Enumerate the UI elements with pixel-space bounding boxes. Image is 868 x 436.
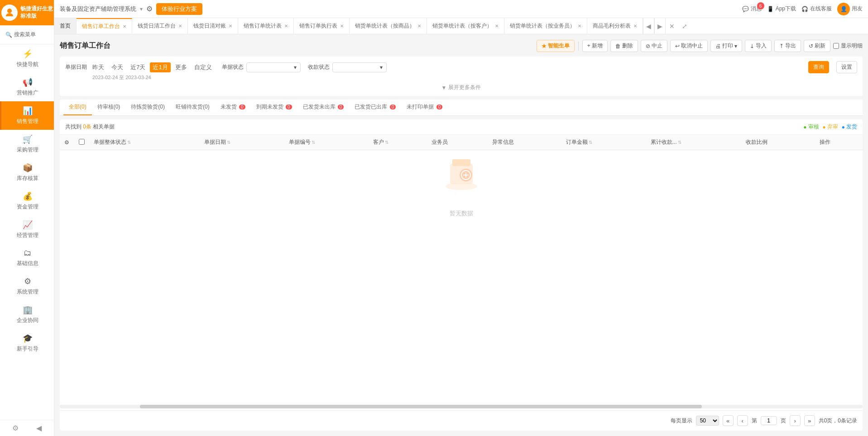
date-today[interactable]: 今天: [109, 62, 126, 72]
sub-tab-pending-audit[interactable]: 待审核(0): [92, 100, 126, 115]
suspend-button[interactable]: ⊘ 中止: [641, 40, 667, 52]
th-amount[interactable]: 订单金额⇅: [561, 135, 646, 150]
per-page-select[interactable]: 50 100 200: [696, 416, 719, 426]
sidebar-item-guide[interactable]: 🎓 新手引导: [0, 329, 54, 357]
tab-close-icon[interactable]: ✕: [123, 24, 126, 29]
system-dropdown-icon[interactable]: ▾: [140, 6, 143, 12]
date-yesterday[interactable]: 昨天: [90, 62, 107, 72]
tab-close-icon[interactable]: ✕: [578, 24, 581, 28]
smart-create-button[interactable]: ★ 智能生单: [537, 40, 575, 52]
select-all-checkbox[interactable]: [79, 139, 85, 145]
page-suffix: 页: [781, 417, 786, 425]
refresh-button[interactable]: ↺ 刷新: [804, 40, 830, 52]
date-1month[interactable]: 近1月: [150, 62, 170, 72]
th-exception[interactable]: 异常信息: [488, 135, 561, 150]
sidebar-item-finance[interactable]: 💰 资金管理: [0, 187, 54, 215]
sub-tab-shipped-out[interactable]: 已发货已出库 0: [349, 100, 401, 115]
setting-button[interactable]: 设置: [836, 61, 857, 73]
tab-next-button[interactable]: ▶: [654, 18, 666, 34]
message-button[interactable]: 💬 6 消息: [742, 5, 762, 13]
th-customer[interactable]: 客户⇅: [369, 135, 427, 150]
sidebar-item-enterprise[interactable]: 🏢 企业协同: [0, 300, 54, 329]
tab-sales-summary-customer[interactable]: 销货单统计表（按客户） ✕: [427, 18, 504, 34]
payment-select[interactable]: ▾: [332, 62, 387, 72]
th-staff[interactable]: 业务员: [427, 135, 488, 150]
date-7days[interactable]: 近7天: [128, 62, 148, 72]
tab-close-all-button[interactable]: ✕: [666, 18, 678, 34]
tab-sales-stat[interactable]: 销售订单统计表 ✕: [238, 18, 294, 34]
delete-button[interactable]: 🗑 删除: [610, 40, 638, 52]
collapse-button[interactable]: ◀: [36, 424, 42, 432]
th-checkbox[interactable]: [74, 135, 89, 150]
sidebar-item-purchase[interactable]: 🛒 采购管理: [0, 130, 54, 158]
settings-button[interactable]: ⚙: [12, 424, 19, 432]
sidebar-item-quicknav[interactable]: ⚡ 快捷导航: [0, 44, 54, 73]
tab-close-icon[interactable]: ✕: [633, 24, 637, 28]
export-button[interactable]: ⤒ 导出: [774, 40, 801, 52]
tab-sales-exec[interactable]: 销售订单执行表 ✕: [294, 18, 350, 34]
tab-close-icon[interactable]: ✕: [495, 24, 499, 28]
tab-expand-button[interactable]: ⤢: [678, 18, 691, 34]
page-input[interactable]: [761, 416, 777, 425]
audit-action-button[interactable]: ● 审核: [803, 123, 819, 131]
import-button[interactable]: ⤓ 导入: [745, 40, 772, 52]
last-page-button[interactable]: »: [804, 415, 815, 426]
tab-gross-margin[interactable]: 商品毛利分析表 ✕: [587, 18, 643, 34]
sub-tab-overdue[interactable]: 到期未发货 0: [251, 100, 297, 115]
quicknav-icon: ⚡: [23, 49, 33, 59]
app-download-button[interactable]: 📱 App下载: [767, 5, 796, 13]
ship-action-button[interactable]: ● 发货: [842, 123, 857, 131]
tab-close-icon[interactable]: ✕: [178, 24, 182, 28]
tab-close-icon[interactable]: ✕: [340, 24, 344, 28]
add-button[interactable]: + 新增: [582, 40, 608, 52]
status-select[interactable]: ▾: [246, 62, 301, 72]
industry-button[interactable]: 体验行业方案: [156, 3, 202, 15]
tab-sales-workbench[interactable]: 销售订单工作台 ✕: [77, 18, 132, 34]
tab-prev-button[interactable]: ◀: [643, 18, 654, 34]
user-button[interactable]: 👤 用友: [837, 3, 863, 15]
tab-close-icon[interactable]: ✕: [229, 24, 232, 28]
date-custom[interactable]: 自定义: [192, 62, 215, 72]
th-number[interactable]: 单据编号⇅: [284, 135, 369, 150]
sub-tab-pending-inspect[interactable]: 待拣货验货(0): [125, 100, 170, 115]
sub-tab-shipped-not-out[interactable]: 已发货未出库 0: [297, 100, 350, 115]
tab-cash-account[interactable]: 钱货日清对账 ✕: [188, 18, 238, 34]
first-page-button[interactable]: «: [723, 415, 734, 426]
sidebar-item-marketing[interactable]: 📢 营销推广: [0, 73, 54, 101]
sidebar-item-operation[interactable]: 📈 经营管理: [0, 215, 54, 244]
service-button[interactable]: 🎧 在线客服: [801, 5, 832, 13]
sidebar-item-sales[interactable]: 📊 销售管理: [0, 101, 54, 130]
search-menu-button[interactable]: 🔍 搜索菜单: [4, 29, 50, 40]
tab-sales-summary-staff[interactable]: 销货单统计表（按业务员） ✕: [504, 18, 587, 34]
search-button[interactable]: 查询: [808, 61, 829, 73]
next-page-button[interactable]: ›: [790, 415, 801, 426]
void-action-button[interactable]: ● 弃审: [823, 123, 838, 131]
th-date[interactable]: 单据日期⇅: [200, 135, 284, 150]
tab-close-icon[interactable]: ✕: [284, 24, 288, 28]
tab-cash-daily[interactable]: 钱货日清工作台 ✕: [132, 18, 188, 34]
sidebar-item-inventory[interactable]: 📦 库存核算: [0, 158, 54, 187]
sub-tab-all[interactable]: 全部(0): [63, 100, 92, 115]
th-settings[interactable]: ⚙: [60, 135, 74, 150]
unsuspend-button[interactable]: ↩ 取消中止: [670, 40, 708, 52]
sidebar-item-basic[interactable]: 🗂 基础信息: [0, 244, 54, 272]
sub-tab-not-shipped[interactable]: 未发货 0: [215, 100, 251, 115]
horizontal-scrollbar[interactable]: [60, 405, 863, 408]
expand-more-button[interactable]: ▼ 展开更多条件: [65, 84, 857, 91]
tab-home[interactable]: 首页: [54, 18, 77, 34]
th-ratio[interactable]: 收款比例: [741, 135, 815, 150]
tab-label: 商品毛利分析表: [593, 22, 631, 30]
sub-tab-not-printed[interactable]: 未打印单据 0: [401, 100, 448, 115]
print-button[interactable]: 🖨 打印 ▾: [710, 40, 742, 52]
prev-page-button[interactable]: ‹: [737, 415, 748, 426]
tab-close-icon[interactable]: ✕: [417, 24, 421, 28]
show-detail-checkbox[interactable]: [833, 43, 839, 49]
tab-sales-summary-product[interactable]: 销货单统计表（按商品） ✕: [350, 18, 427, 34]
sub-tab-wangpu[interactable]: 旺铺待发货(0): [170, 100, 215, 115]
settings-icon[interactable]: ⚙: [146, 5, 153, 13]
th-status[interactable]: 单据整体状态⇅: [89, 135, 200, 150]
sidebar-item-system[interactable]: ⚙ 系统管理: [0, 272, 54, 300]
date-more[interactable]: 更多: [173, 62, 190, 72]
scrollbar-thumb[interactable]: [140, 405, 702, 408]
th-collected[interactable]: 累计收款...⇅: [646, 135, 742, 150]
